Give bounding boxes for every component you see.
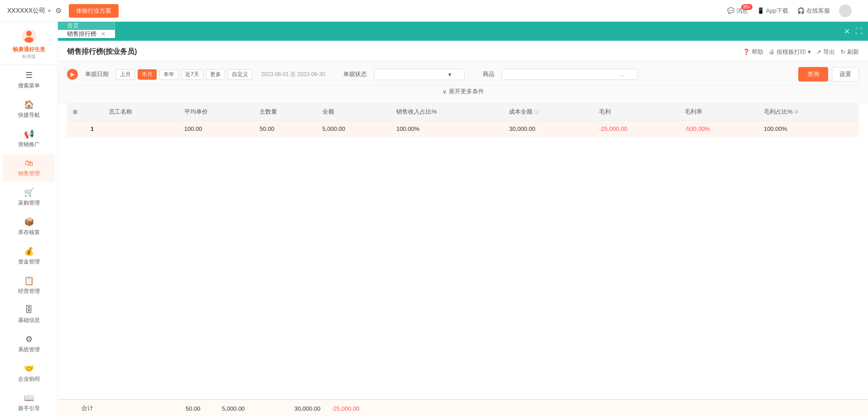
query-btn[interactable]: 查询 [798, 67, 828, 81]
tab-label-sales-rank: 销售排行榜 [67, 30, 96, 38]
sidebar-item-inventory[interactable]: 📦 库存核算 [3, 212, 55, 241]
phone-icon: 📱 [757, 7, 764, 14]
sidebar-item-basic-info[interactable]: 🗄 基础信息 [3, 301, 55, 329]
maximize-icon[interactable]: ⛶ [855, 27, 863, 35]
tab-sales-rank[interactable]: 销售排行榜✕ [58, 30, 115, 38]
goods-filter-label: 商品 [483, 70, 494, 78]
col-gross-rate-header: 毛利率 [679, 103, 758, 121]
sidebar-icon-collab: 🤝 [24, 364, 34, 374]
date-btn-this-year[interactable]: 本年 [159, 69, 178, 80]
sidebar-label-finance: 资金管理 [18, 258, 40, 266]
sidebar-label-search-order: 搜索菜单 [18, 82, 40, 90]
table-head: ⚙ 员工名称 平均单价 主数量 全额 销售收入占比% 成本全额 ⓘ 毛利 毛利率… [67, 103, 859, 121]
col-main-qty-header: 主数量 [254, 103, 317, 121]
row-gross-pct-0: 100.00% [758, 121, 859, 137]
date-range-display: 2023-06-01 至 2023-06-30 [261, 71, 325, 78]
refresh-btn[interactable]: ↻ 刷新 [840, 48, 859, 56]
print-icon: 🖨 [769, 48, 775, 55]
company-selector[interactable]: XXXXXX公司 ▾ [7, 7, 51, 15]
sidebar-label-sales: 销售管理 [18, 170, 40, 177]
page-content: 销售排行榜(按业务员) ❓ 帮助 🖨 按模板打印 ▾ ↗ 导出 [58, 41, 868, 417]
sidebar-label-quick-nav: 快捷导航 [18, 111, 40, 119]
row-cost-amount-0: 30,000.00 [504, 121, 594, 137]
table-header-row: ⚙ 员工名称 平均单价 主数量 全额 销售收入占比% 成本全额 ⓘ 毛利 毛利率… [67, 103, 859, 121]
print-chevron-icon: ▾ [808, 48, 811, 55]
sidebar-icon-search-order: ☰ [25, 70, 33, 80]
svg-point-1 [26, 31, 32, 36]
footer-total-amount: 5,000.00 [216, 405, 253, 412]
message-area[interactable]: 💬 消息 99+ [727, 7, 748, 15]
footer-total-label: 合计 [67, 404, 144, 412]
sidebar-item-finance[interactable]: 💰 资金管理 [3, 242, 55, 270]
sidebar-item-quick-nav[interactable]: 🏠 快捷导航 [3, 95, 55, 124]
footer-main-qty: 50.00 [180, 405, 216, 412]
col-total-amount-header: 全额 [317, 103, 391, 121]
date-filter-label: 单据日期 [85, 70, 109, 78]
sidebar-item-system[interactable]: ⚙ 系统管理 [3, 330, 55, 358]
sidebar-item-marketing[interactable]: 📢 营销推广 [3, 125, 55, 153]
export-btn[interactable]: ↗ 导出 [816, 48, 835, 56]
col-rank-header [85, 103, 103, 121]
online-service-btn[interactable]: 🎧 在线客服 [797, 7, 830, 15]
filter-row-1: ▶ 单据日期 上月 本月 本年 近7天 更多 自定义 2023-06-01 至 … [67, 67, 859, 81]
trial-btn[interactable]: 体验行业方案 [69, 4, 119, 18]
col-settings-header[interactable]: ⚙ [67, 103, 85, 121]
app-download-btn[interactable]: 📱 App下载 [757, 7, 788, 15]
date-btn-last-month[interactable]: 上月 [116, 69, 135, 80]
filter-settings-btn[interactable]: 设置 [832, 67, 859, 81]
message-badge: 99+ [741, 4, 753, 10]
status-select[interactable]: ▾ [374, 69, 465, 80]
row-rank-0: 1 [85, 121, 103, 137]
col-gross-profit-header: 毛利 [594, 103, 679, 121]
cost-info-icon: ⓘ [534, 109, 539, 115]
row-gross-profit-0: -25,000.00 [594, 121, 679, 137]
tab-bar-right: ✕ ⛶ [839, 22, 868, 41]
avatar[interactable] [839, 5, 852, 17]
sidebar-item-collab[interactable]: 🤝 企业协同 [3, 359, 55, 388]
tabs-container: 首页销售排行榜✕ [58, 22, 115, 41]
close-window-icon[interactable]: ✕ [844, 27, 850, 36]
row-main-qty-0: 50.00 [254, 121, 317, 137]
col-employee-header: 员工名称 [103, 103, 179, 121]
expand-more-btn[interactable]: ∨ 展开更多条件 [67, 85, 859, 97]
app-title: 畅康通好生意 [13, 46, 45, 53]
sidebar-icon-system: ⚙ [25, 334, 33, 344]
page-header: 销售排行榜(按业务员) ❓ 帮助 🖨 按模板打印 ▾ ↗ 导出 [58, 41, 868, 62]
sidebar-icon-inventory: 📦 [24, 217, 34, 227]
sidebar-item-purchase[interactable]: 🛒 采购管理 [3, 183, 55, 211]
date-btn-more[interactable]: 更多 [206, 69, 225, 80]
col-sales-pct-header: 销售收入占比% [391, 103, 504, 121]
export-icon: ↗ [816, 48, 821, 55]
filter-area: ▶ 单据日期 上月 本月 本年 近7天 更多 自定义 2023-06-01 至 … [58, 62, 868, 103]
sidebar-icon-finance: 💰 [24, 246, 34, 256]
sidebar-label-basic-info: 基础信息 [18, 316, 40, 324]
col-gross-pct-header: 毛利占比% ⚙ [758, 103, 859, 121]
sidebar-label-collab: 企业协同 [18, 375, 40, 383]
sidebar-item-sales[interactable]: 🛍 销售管理 [3, 154, 55, 182]
tab-home[interactable]: 首页 [58, 22, 115, 30]
tab-close-sales-rank[interactable]: ✕ [101, 31, 106, 37]
filter-collapse-btn[interactable]: ▶ [67, 69, 78, 80]
refresh-label: 刷新 [847, 48, 859, 56]
settings-icon[interactable]: ⚙ [55, 6, 62, 15]
date-btn-custom[interactable]: 自定义 [228, 69, 252, 80]
sidebar-item-search-order[interactable]: ☰ 搜索菜单 [3, 66, 55, 94]
date-btn-last-7days[interactable]: 近7天 [181, 69, 203, 80]
col-avg-price-header: 平均单价 [179, 103, 254, 121]
goods-more-link[interactable]: ... [620, 71, 624, 77]
tab-label-home: 首页 [67, 22, 79, 30]
help-link[interactable]: ❓ 帮助 [743, 48, 763, 56]
sidebar-item-guide[interactable]: 📖 新手引导 [3, 388, 55, 417]
page-title: 销售排行榜(按业务员) [67, 47, 137, 57]
table-settings-icon: ⚙ [72, 109, 78, 115]
sidebar-label-guide: 新手引导 [18, 405, 40, 412]
status-chevron-icon: ▾ [448, 71, 451, 78]
sidebar: 畅康通好生意 标准版 ☰ 搜索菜单 🏠 快捷导航 📢 营销推广 🛍 销售管理 🛒… [0, 22, 58, 417]
template-print-btn[interactable]: 🖨 按模板打印 ▾ [769, 48, 811, 56]
goods-input[interactable]: ... [502, 69, 638, 80]
app-subtitle: 标准版 [22, 53, 36, 60]
sidebar-item-operations[interactable]: 📋 经营管理 [3, 271, 55, 300]
top-header: XXXXXX公司 ▾ ⚙ 体验行业方案 💬 消息 99+ 📱 App下载 🎧 在… [0, 0, 868, 22]
date-btn-this-month[interactable]: 本月 [138, 69, 157, 80]
row-employee-0 [103, 121, 179, 137]
